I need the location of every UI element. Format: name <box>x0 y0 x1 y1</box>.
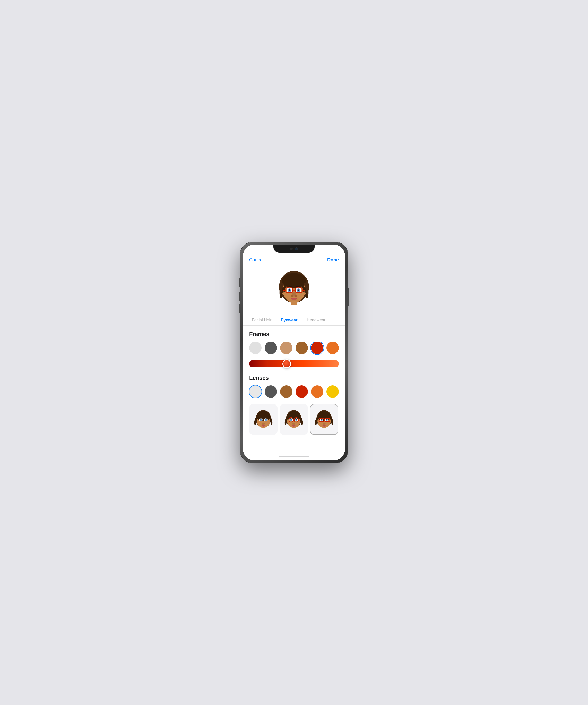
lenses-swatch-red[interactable] <box>296 385 308 398</box>
memoji-character <box>273 268 315 310</box>
lenses-swatch-yellow[interactable] <box>326 385 339 398</box>
swatch-white[interactable] <box>249 342 262 354</box>
svg-line-20 <box>302 290 305 291</box>
svg-point-34 <box>262 423 265 425</box>
notch-speaker <box>290 247 293 250</box>
style-glasses-2[interactable] <box>310 404 338 435</box>
nav-bar: Cancel Done <box>243 255 345 266</box>
svg-point-15 <box>299 289 300 290</box>
category-tabs: Facial Hair Eyewear Headwear <box>243 315 345 326</box>
svg-point-21 <box>291 295 293 297</box>
svg-point-42 <box>291 419 292 420</box>
tab-facial-hair[interactable]: Facial Hair <box>247 315 276 326</box>
lenses-swatch-brown[interactable] <box>280 385 292 398</box>
svg-line-47 <box>288 420 289 420</box>
home-indicator <box>279 456 309 458</box>
svg-point-33 <box>265 419 266 420</box>
svg-point-27 <box>257 411 270 421</box>
lenses-swatch-clear[interactable] <box>249 385 262 398</box>
notch-camera <box>295 247 298 250</box>
done-button[interactable]: Done <box>327 257 339 263</box>
svg-line-19 <box>283 290 286 291</box>
svg-rect-24 <box>291 301 297 305</box>
lenses-color-swatches <box>249 385 339 399</box>
svg-point-59 <box>322 419 322 420</box>
lenses-swatch-orange[interactable] <box>311 385 323 398</box>
frames-title: Frames <box>249 331 339 338</box>
svg-line-48 <box>299 420 300 420</box>
eyewear-style-selector <box>249 404 339 440</box>
svg-point-22 <box>295 295 297 297</box>
lenses-section: Lenses <box>249 375 339 399</box>
swatch-orange[interactable] <box>326 342 339 354</box>
style-none[interactable] <box>249 404 277 435</box>
tab-eyewear[interactable]: Eyewear <box>276 315 302 326</box>
lenses-title: Lenses <box>249 375 339 381</box>
frames-color-swatches <box>249 342 339 355</box>
screen-content: Cancel Done <box>243 245 345 460</box>
swatch-tan[interactable] <box>280 342 292 354</box>
editor-scroll-area[interactable]: Frames <box>243 326 345 460</box>
slider-thumb[interactable] <box>282 360 291 368</box>
svg-point-49 <box>292 423 295 425</box>
svg-point-66 <box>323 423 326 425</box>
phone-notch <box>273 245 315 253</box>
tab-headwear[interactable]: Headwear <box>302 315 330 326</box>
slider-track[interactable] <box>249 360 339 367</box>
svg-point-60 <box>327 419 327 420</box>
svg-point-32 <box>260 419 261 420</box>
style-glasses-1[interactable] <box>280 404 308 435</box>
svg-point-14 <box>290 289 291 290</box>
cancel-button[interactable]: Cancel <box>249 257 264 263</box>
svg-line-64 <box>318 420 319 420</box>
swatch-dark-gray[interactable] <box>265 342 277 354</box>
swatch-red[interactable] <box>311 342 323 354</box>
svg-line-65 <box>330 420 331 420</box>
phone-screen: Cancel Done <box>243 245 345 460</box>
svg-point-43 <box>296 419 297 420</box>
frames-section: Frames <box>249 331 339 367</box>
phone-frame: Cancel Done <box>240 242 348 463</box>
lenses-swatch-dark-gray[interactable] <box>265 385 277 398</box>
avatar-preview <box>243 266 345 315</box>
frames-color-slider[interactable] <box>249 360 339 367</box>
swatch-brown[interactable] <box>296 342 308 354</box>
